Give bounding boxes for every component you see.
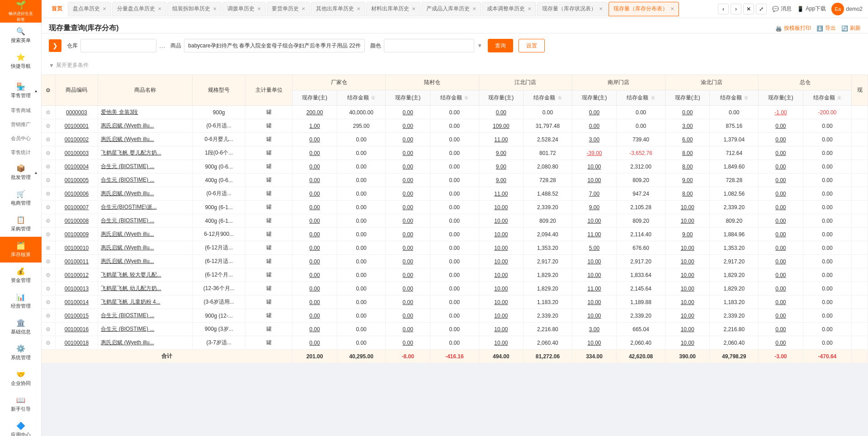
yubei-qty-cell[interactable]: 3.00 (665, 119, 710, 133)
code-cell[interactable]: 00100009 (55, 228, 98, 241)
code-cell[interactable]: 00100001 (55, 119, 98, 133)
close-icon[interactable]: ✕ (357, 6, 360, 11)
lucun-qty-cell[interactable]: 0.00 (386, 214, 430, 228)
code-cell[interactable]: 00100003 (55, 146, 98, 160)
yubei-qty-cell[interactable]: 10.00 (665, 201, 710, 214)
lucun-amt-info[interactable]: ① (464, 95, 468, 100)
yubei-qty-cell[interactable]: 10.00 (665, 336, 710, 350)
yubei-qty-cell[interactable]: 0.00 (665, 106, 710, 119)
lucun-qty-cell[interactable]: 0.00 (386, 106, 430, 119)
nanan-qty-cell[interactable]: 11.00 (572, 282, 617, 295)
nanan-amt-info[interactable]: ① (651, 95, 655, 100)
yubei-qty-cell[interactable]: 10.00 (665, 255, 710, 268)
jiangbei-qty-cell[interactable]: 10.00 (479, 336, 524, 350)
close-icon[interactable]: ✕ (213, 6, 217, 11)
factory-qty-cell[interactable]: 0.00 (292, 295, 337, 309)
code-cell[interactable]: 00100002 (55, 133, 98, 146)
lucun-qty-cell[interactable]: 0.00 (386, 160, 430, 173)
name-cell[interactable]: 合生元 (BIOSTIME) ... (98, 309, 193, 323)
yubei-qty-cell[interactable]: 8.00 (665, 160, 710, 173)
code-cell[interactable]: 00100008 (55, 214, 98, 228)
sidebar-item-wholesale[interactable]: 📦 批发管理 (0, 159, 42, 185)
lucun-qty-cell[interactable]: 0.00 (386, 336, 430, 350)
code-cell[interactable]: 0000003 (55, 106, 98, 119)
factory-amt-info[interactable]: ① (371, 95, 375, 100)
nanan-qty-cell[interactable]: 0.00 (572, 106, 617, 119)
jiangbei-qty-cell[interactable]: 9.00 (479, 173, 524, 187)
yubei-amt-info[interactable]: ① (744, 95, 748, 100)
tab-stockcheck[interactable]: 盘点单历史 ✕ (68, 2, 111, 16)
color-dropdown-icon[interactable]: ▼ (477, 42, 482, 49)
code-cell[interactable]: 00100010 (55, 241, 98, 255)
tab-home[interactable]: 首页 (47, 2, 67, 16)
factory-qty-cell[interactable]: 0.00 (292, 228, 337, 241)
jiangbei-qty-cell[interactable]: 10.00 (479, 282, 524, 295)
name-cell[interactable]: 合生元 (BIOSTIME) ... (98, 214, 193, 228)
name-cell[interactable]: 惠氏启赋 (Wyeth illu... (98, 133, 193, 146)
lucun-qty-cell[interactable]: 0.00 (386, 173, 430, 187)
tab-stockstatus[interactable]: 现存量（库存状况表） ✕ (537, 2, 608, 16)
factory-qty-cell[interactable]: 0.00 (292, 133, 337, 146)
factory-qty-cell[interactable]: 0.00 (292, 241, 337, 255)
jiangbei-qty-cell[interactable]: 10.00 (479, 323, 524, 336)
settings-cell[interactable]: ⚙ (42, 119, 55, 133)
factory-qty-cell[interactable]: 200.00 (292, 106, 337, 119)
total-qty-cell[interactable]: 0.00 (759, 119, 803, 133)
settings-col-header[interactable]: ⚙ (42, 75, 55, 106)
sidebar-item-finance[interactable]: 💰 资金管理 (0, 263, 42, 288)
tab-productsin[interactable]: 产成品入库单历史 ✕ (421, 2, 481, 16)
sidebar-item-system[interactable]: ⚙️ 系统管理 (0, 340, 42, 366)
factory-qty-cell[interactable]: 1.00 (292, 119, 337, 133)
tab-transfer[interactable]: 调拨单历史 ✕ (222, 2, 266, 16)
jiangbei-qty-cell[interactable]: 10.00 (479, 295, 524, 309)
lucun-qty-cell[interactable]: 0.00 (386, 255, 430, 268)
tab-stockdist[interactable]: 现存量（库存分布表） ✕ (609, 2, 679, 16)
total-qty-cell[interactable]: 0.00 (759, 160, 803, 173)
print-btn[interactable]: 🖨️ 按模板打印 (775, 24, 811, 32)
lucun-qty-cell[interactable]: 0.00 (386, 282, 430, 295)
factory-qty-cell[interactable]: 0.00 (292, 323, 337, 336)
refresh-btn[interactable]: 🔄 刷新 (841, 24, 861, 32)
color-input[interactable] (384, 39, 474, 52)
code-cell[interactable]: 00100014 (55, 295, 98, 309)
lucun-qty-cell[interactable]: 0.00 (386, 146, 430, 160)
query-button[interactable]: 查询 (488, 39, 513, 52)
settings-cell[interactable]: ⚙ (42, 146, 55, 160)
code-cell[interactable]: 00100018 (55, 336, 98, 350)
total-qty-cell[interactable]: 0.00 (759, 201, 803, 214)
name-cell[interactable]: 飞鹤星飞帆 幼儿配方奶... (98, 282, 193, 295)
sidebar-item-retail[interactable]: 🏪 零售管理 (0, 78, 42, 103)
factory-qty-cell[interactable]: 0.00 (292, 201, 337, 214)
name-cell[interactable]: 惠氏启赋 (Wyeth illu... (98, 228, 193, 241)
settings-cell[interactable]: ⚙ (42, 241, 55, 255)
factory-qty-cell[interactable]: 0.00 (292, 146, 337, 160)
sidebar-sub-retail-mall[interactable]: 零售商城 (0, 103, 42, 117)
factory-qty-cell[interactable]: 0.00 (292, 214, 337, 228)
lucun-qty-cell[interactable]: 0.00 (386, 228, 430, 241)
jiangbei-qty-cell[interactable]: 10.00 (479, 309, 524, 323)
nanan-qty-cell[interactable]: 10.00 (572, 336, 617, 350)
lucun-qty-cell[interactable]: 0.00 (386, 133, 430, 146)
warehouse-ellipsis[interactable]: ... (159, 42, 165, 50)
total-qty-cell[interactable]: 0.00 (759, 268, 803, 282)
goods-input[interactable] (184, 39, 365, 52)
name-cell[interactable]: 合生元 (BIOSTIME) ... (98, 323, 193, 336)
close-tab-btn[interactable]: ✕ (743, 4, 754, 14)
settings-cell[interactable]: ⚙ (42, 323, 55, 336)
settings-cell[interactable]: ⚙ (42, 214, 55, 228)
tab-assembly[interactable]: 组装拆卸单历史 ✕ (167, 2, 222, 16)
nanan-qty-cell[interactable]: 9.00 (572, 201, 617, 214)
lucun-qty-cell[interactable]: 0.00 (386, 268, 430, 282)
sidebar-item-purchase[interactable]: 📋 采购管理 (0, 211, 42, 237)
name-cell[interactable]: 合生元(BIOSTIME)派... (98, 201, 193, 214)
settings-cell[interactable]: ⚙ (42, 228, 55, 241)
total-qty-cell[interactable]: 0.00 (759, 282, 803, 295)
sidebar-item-corp[interactable]: 🤝 企业协同 (0, 366, 42, 391)
nanan-qty-cell[interactable]: 3.00 (572, 323, 617, 336)
close-icon[interactable]: ✕ (103, 6, 106, 11)
settings-button[interactable]: 设置 (519, 39, 545, 52)
settings-cell[interactable]: ⚙ (42, 295, 55, 309)
name-cell[interactable]: 合生元 (BIOSTIME) ... (98, 160, 193, 173)
prev-arrow[interactable]: ‹ (718, 4, 729, 14)
nanan-qty-cell[interactable]: 11.00 (572, 228, 617, 241)
